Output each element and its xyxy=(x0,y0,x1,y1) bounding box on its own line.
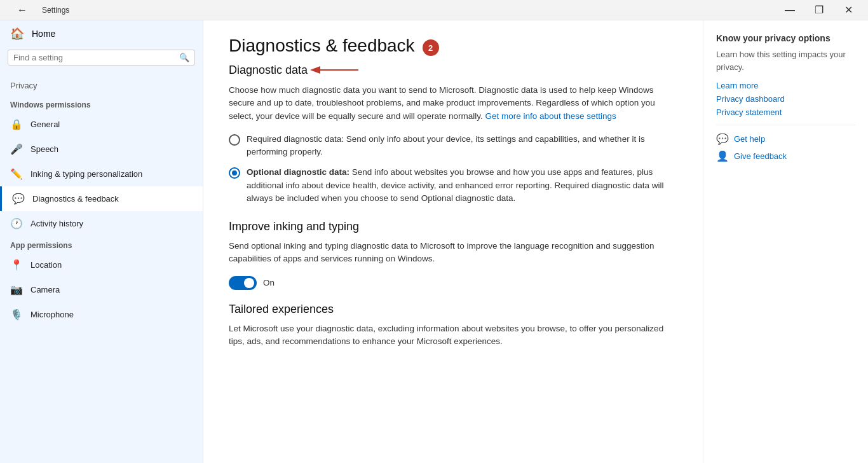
sidebar: 🏠 Home 🔍 Privacy Windows permissions 🔒 G… xyxy=(0,20,203,463)
toggle-row: On xyxy=(229,276,672,290)
diagnostic-data-title: Diagnostic data xyxy=(229,64,308,77)
sidebar-item-activity[interactable]: 🕐 Activity history xyxy=(0,211,203,236)
panel-divider xyxy=(716,125,855,125)
sidebar-item-general-label: General xyxy=(31,120,60,129)
page-title: Diagnostics & feedback xyxy=(229,36,415,56)
diagnostics-icon: 💬 xyxy=(12,193,25,205)
radio-required-text: Required diagnostic data: Send only info… xyxy=(247,133,672,159)
sidebar-item-diagnostics-label: Diagnostics & feedback xyxy=(32,194,119,204)
home-icon: 🏠 xyxy=(10,27,24,41)
tailored-section-title: Tailored experiences xyxy=(229,303,672,316)
search-icon: 🔍 xyxy=(179,53,189,62)
inking-description: Send optional inking and typing diagnost… xyxy=(229,240,672,266)
location-icon: 📍 xyxy=(10,259,23,271)
general-icon: 🔒 xyxy=(10,118,23,130)
search-input[interactable] xyxy=(13,53,179,62)
maximize-button[interactable]: ❐ xyxy=(804,0,834,20)
feedback-icon: 👤 xyxy=(716,150,729,162)
toggle-label: On xyxy=(263,278,275,287)
sidebar-item-activity-label: Activity history xyxy=(31,219,83,228)
windows-permissions-label: Windows permissions xyxy=(0,95,203,112)
badge-2: 2 xyxy=(423,39,439,56)
radio-group: Required diagnostic data: Send only info… xyxy=(229,133,672,205)
inking-toggle[interactable] xyxy=(229,276,257,290)
right-panel-title: Know your privacy options xyxy=(716,33,855,43)
sidebar-item-home[interactable]: 🏠 Home xyxy=(0,20,203,47)
sidebar-item-inking-label: Inking & typing personalization xyxy=(31,169,142,179)
close-button[interactable]: ✕ xyxy=(834,0,863,20)
right-panel-desc: Learn how this setting impacts your priv… xyxy=(716,48,855,73)
give-feedback-row[interactable]: 👤 Give feedback xyxy=(716,150,855,162)
give-feedback-link: Give feedback xyxy=(734,151,787,161)
sidebar-item-location[interactable]: 📍 Location xyxy=(0,252,203,277)
privacy-dashboard-link[interactable]: Privacy dashboard xyxy=(716,94,855,104)
home-label: Home xyxy=(32,29,55,39)
diagnostic-description: Choose how much diagnostic data you want… xyxy=(229,84,672,123)
learn-more-link[interactable]: Learn more xyxy=(716,81,855,90)
app-body: 🏠 Home 🔍 Privacy Windows permissions 🔒 G… xyxy=(0,20,868,463)
inking-section-title: Improve inking and typing xyxy=(229,220,672,233)
privacy-statement-link[interactable]: Privacy statement xyxy=(716,107,855,117)
radio-required: Required diagnostic data: Send only info… xyxy=(229,133,672,159)
sidebar-item-microphone[interactable]: 🎙️ Microphone xyxy=(0,302,203,327)
right-panel: Know your privacy options Learn how this… xyxy=(703,20,868,463)
radio-required-circle[interactable] xyxy=(229,134,240,146)
sidebar-item-microphone-label: Microphone xyxy=(31,310,74,319)
speech-icon: 🎤 xyxy=(10,143,23,155)
content-inner: Diagnostics & feedback 2 Diagnostic data xyxy=(229,36,672,348)
diagnostic-section-header: Diagnostic data xyxy=(229,62,672,78)
title-row: Diagnostics & feedback 2 xyxy=(229,36,672,60)
arrow-annotation-1 xyxy=(314,62,365,78)
radio-optional-text: Optional diagnostic data: Send info abou… xyxy=(247,166,672,205)
sidebar-item-camera[interactable]: 📷 Camera xyxy=(0,277,203,302)
get-help-row[interactable]: 💬 Get help xyxy=(716,133,855,145)
sidebar-item-speech[interactable]: 🎤 Speech xyxy=(0,137,203,162)
sidebar-item-general[interactable]: 🔒 General xyxy=(0,112,203,137)
camera-icon: 📷 xyxy=(10,284,23,296)
sidebar-item-camera-label: Camera xyxy=(31,285,60,294)
back-button[interactable]: ← xyxy=(8,0,37,20)
titlebar-left: ← Settings xyxy=(8,0,69,20)
titlebar-controls: — ❐ ✕ xyxy=(775,0,863,20)
radio-optional-circle[interactable] xyxy=(229,167,240,179)
sidebar-item-speech-label: Speech xyxy=(31,144,58,154)
sidebar-item-inking[interactable]: ✏️ Inking & typing personalization xyxy=(0,162,203,186)
activity-icon: 🕐 xyxy=(10,218,23,230)
inking-icon: ✏️ xyxy=(10,168,23,180)
app-permissions-label: App permissions xyxy=(0,236,203,252)
tailored-description: Let Microsoft use your diagnostic data, … xyxy=(229,322,672,349)
sidebar-item-location-label: Location xyxy=(31,260,62,270)
titlebar: ← Settings — ❐ ✕ xyxy=(0,0,868,20)
radio-optional: Optional diagnostic data: Send info abou… xyxy=(229,166,672,205)
privacy-label: Privacy xyxy=(0,73,203,95)
sidebar-item-diagnostics[interactable]: 💬 Diagnostics & feedback xyxy=(0,186,203,211)
help-icon: 💬 xyxy=(716,133,729,145)
sidebar-search-container: 🔍 xyxy=(8,50,195,66)
minimize-button[interactable]: — xyxy=(775,0,804,20)
get-help-link: Get help xyxy=(734,134,765,144)
titlebar-title: Settings xyxy=(42,6,69,15)
main-content: Diagnostics & feedback 2 Diagnostic data xyxy=(203,20,703,463)
microphone-icon: 🎙️ xyxy=(10,308,23,321)
more-info-link[interactable]: Get more info about these settings xyxy=(485,111,616,121)
